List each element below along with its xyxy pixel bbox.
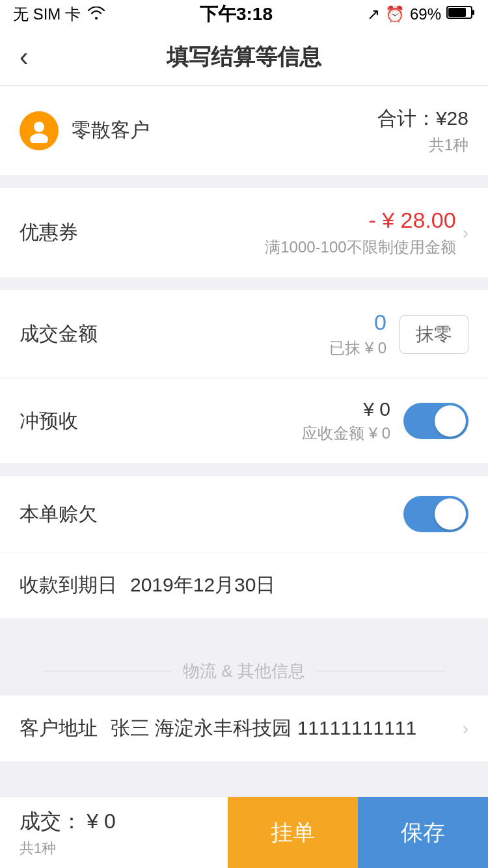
duedate-label: 收款到期日 <box>20 572 117 599</box>
address-left: 客户地址 张三 海淀永丰科技园 11111111111 <box>20 715 416 742</box>
save-button[interactable]: 保存 <box>358 797 488 868</box>
customer-row: 零散客户 合计：¥28 共1种 <box>0 86 488 175</box>
address-value: 张三 海淀永丰科技园 11111111111 <box>111 715 416 742</box>
customer-right: 合计：¥28 共1种 <box>377 105 468 156</box>
coupon-detail: - ¥ 28.00 满1000-100不限制使用金额 <box>265 208 455 258</box>
coupon-label: 优惠券 <box>20 219 78 246</box>
debt-section: 本单赊欠 收款到期日 2019年12月30日 <box>0 476 488 618</box>
debt-toggle[interactable] <box>403 496 468 532</box>
alarm-icon: ⏰ <box>385 5 405 23</box>
address-row[interactable]: 客户地址 张三 海淀永丰科技园 11111111111 › <box>0 696 488 761</box>
nav-bar: ‹ 填写结算等信息 <box>0 29 488 86</box>
battery-icon <box>446 5 475 23</box>
coupon-section: 优惠券 - ¥ 28.00 满1000-100不限制使用金额 › <box>0 188 488 277</box>
avatar <box>20 111 59 150</box>
debt-label: 本单赊欠 <box>20 501 98 528</box>
chevron-icon: › <box>463 223 468 243</box>
bottom-info: 成交： ¥ 0 共1种 <box>0 797 228 868</box>
status-bar: 无 SIM 卡 下午3:18 ↗ ⏰ 69% <box>0 0 488 29</box>
bottom-bar: 成交： ¥ 0 共1种 挂单 保存 <box>0 796 488 868</box>
status-bar-time: 下午3:18 <box>200 2 273 27</box>
coupon-row[interactable]: 优惠券 - ¥ 28.00 满1000-100不限制使用金额 › <box>0 188 488 277</box>
svg-rect-2 <box>472 10 474 15</box>
header-line-left <box>42 671 172 671</box>
toggle-knob <box>435 405 466 437</box>
battery-percent: 69% <box>410 5 441 23</box>
deal-amount-right: 0 已抹 ¥ 0 抹零 <box>329 310 468 359</box>
total-count: 共1种 <box>377 135 468 156</box>
sim-status: 无 SIM 卡 <box>13 4 81 25</box>
deal-amount-row: 成交金额 0 已抹 ¥ 0 抹零 <box>0 290 488 378</box>
prepay-right: ¥ 0 应收金额 ¥ 0 <box>302 398 468 444</box>
deal-amount-sub: 已抹 ¥ 0 <box>329 338 386 359</box>
debt-row: 本单赊欠 <box>0 476 488 552</box>
address-section: 客户地址 张三 海淀永丰科技园 11111111111 › <box>0 696 488 761</box>
prepay-value: ¥ 0 <box>302 398 390 420</box>
bottom-count: 共1种 <box>20 839 208 858</box>
address-label: 客户地址 <box>20 715 98 742</box>
back-button[interactable]: ‹ <box>20 42 28 72</box>
customer-left: 零散客户 <box>20 111 150 150</box>
location-icon: ↗ <box>367 5 380 23</box>
logistics-title: 物流 & 其他信息 <box>183 660 305 683</box>
coupon-desc: 满1000-100不限制使用金额 <box>265 237 455 258</box>
coupon-right: - ¥ 28.00 满1000-100不限制使用金额 › <box>265 208 468 258</box>
svg-point-3 <box>34 122 44 132</box>
bottom-deal-amount: ¥ 0 <box>87 809 115 833</box>
pending-button[interactable]: 挂单 <box>228 797 358 868</box>
content: 零散客户 合计：¥28 共1种 优惠券 - ¥ 28.00 满1000-100不… <box>0 86 488 839</box>
deal-amount-value: 0 <box>329 310 386 335</box>
logistics-header: 物流 & 其他信息 <box>0 644 488 696</box>
prepay-sub: 应收金额 ¥ 0 <box>302 423 390 444</box>
prepay-row: 冲预收 ¥ 0 应收金额 ¥ 0 <box>0 378 488 463</box>
svg-point-4 <box>30 133 48 143</box>
deal-amount-col: 0 已抹 ¥ 0 <box>329 310 386 359</box>
status-bar-right: ↗ ⏰ 69% <box>367 5 475 23</box>
prepay-value-col: ¥ 0 应收金额 ¥ 0 <box>302 398 390 444</box>
bottom-deal: 成交： ¥ 0 <box>20 807 208 836</box>
header-line-right <box>316 671 446 671</box>
duedate-row: 收款到期日 2019年12月30日 <box>0 552 488 618</box>
debt-toggle-knob <box>435 498 466 530</box>
total-amount: 合计：¥28 <box>377 105 468 132</box>
address-chevron-icon: › <box>463 718 468 739</box>
amount-section: 成交金额 0 已抹 ¥ 0 抹零 冲预收 ¥ 0 应收金额 ¥ 0 <box>0 290 488 463</box>
bottom-deal-label: 成交： <box>20 809 82 833</box>
svg-rect-1 <box>448 8 466 17</box>
deal-amount-label: 成交金额 <box>20 321 98 347</box>
prepay-label: 冲预收 <box>20 408 78 435</box>
status-bar-left: 无 SIM 卡 <box>13 4 105 25</box>
wifi-icon <box>87 5 105 23</box>
coupon-amount: - ¥ 28.00 <box>265 208 455 233</box>
round-button[interactable]: 抹零 <box>400 315 468 354</box>
customer-card: 零散客户 合计：¥28 共1种 <box>0 86 488 175</box>
duedate-value: 2019年12月30日 <box>130 572 275 599</box>
customer-name: 零散客户 <box>72 117 150 144</box>
page-title: 填写结算等信息 <box>167 42 321 72</box>
prepay-toggle[interactable] <box>403 403 468 439</box>
section-divider <box>0 631 488 644</box>
